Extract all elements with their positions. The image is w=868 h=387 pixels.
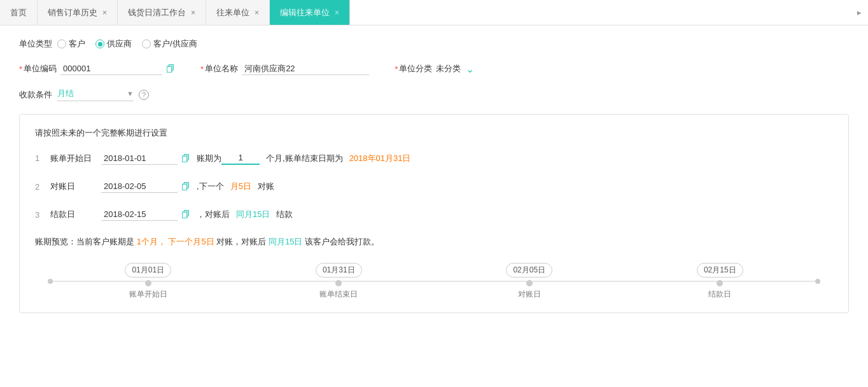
timeline-node-3: 02月05日 对账日 bbox=[506, 263, 552, 300]
tab-sales-history[interactable]: 销售订单历史 × bbox=[38, 0, 118, 25]
radio-customer[interactable]: 客户 bbox=[57, 38, 85, 50]
main-content: 单位类型 客户 供应商 客户/供应商 * 单位编码 🗍 * bbox=[0, 25, 868, 387]
radio-supplier[interactable]: 供应商 bbox=[95, 38, 132, 50]
setting-row-1-suffix: 个月,账单结束日期为 bbox=[266, 153, 343, 164]
panel-title: 请按照未来的一个完整帐期进行设置 bbox=[35, 127, 833, 139]
radio-both[interactable]: 客户/供应商 bbox=[142, 38, 197, 50]
tab-sales-history-close[interactable]: × bbox=[102, 8, 107, 17]
setting-row-1-calendar-icon[interactable]: 🗍 bbox=[181, 153, 190, 164]
setting-row-2-suffix: 对账 bbox=[258, 181, 274, 192]
unit-type-row: 单位类型 客户 供应商 客户/供应商 bbox=[19, 38, 849, 50]
radio-supplier-label: 供应商 bbox=[107, 38, 132, 50]
tab-edit-units[interactable]: 编辑往来单位 × bbox=[270, 0, 350, 25]
tab-more-button[interactable]: ▸ bbox=[851, 0, 868, 25]
unit-code-label: 单位编码 bbox=[24, 63, 57, 74]
unit-name-input[interactable] bbox=[242, 62, 369, 75]
unit-type-label: 单位类型 bbox=[19, 38, 52, 50]
setting-row-2-highlight-day: 月5日 bbox=[230, 181, 251, 192]
preview-mid: 对账，对账后 bbox=[216, 237, 266, 246]
unit-category-wrap: * 单位分类 未分类 ⌄ bbox=[395, 63, 474, 75]
timeline-node-3-date: 02月05日 bbox=[506, 263, 552, 278]
tab-units-close[interactable]: × bbox=[255, 8, 259, 17]
unit-info-row: * 单位编码 🗍 * 单位名称 * 单位分类 未分类 ⌄ bbox=[19, 62, 849, 75]
tab-cash-work-close[interactable]: × bbox=[191, 8, 195, 17]
preview-end: 该客户会给我打款。 bbox=[305, 237, 379, 246]
setting-row-2-calendar-icon[interactable]: 🗍 bbox=[181, 181, 190, 192]
timeline-node-4-label: 结款日 bbox=[708, 289, 731, 300]
setting-row-3-num: 3 bbox=[35, 210, 50, 220]
unit-category-label: 单位分类 bbox=[399, 63, 432, 74]
timeline-node-4: 02月15日 结款日 bbox=[697, 263, 743, 300]
setting-row-3-prefix: ，对账后 bbox=[197, 209, 230, 220]
tab-home[interactable]: 首页 bbox=[0, 0, 38, 25]
setting-row-2-prefix: ,下一个 bbox=[197, 181, 224, 192]
radio-group-unit-type: 客户 供应商 客户/供应商 bbox=[57, 38, 197, 50]
tab-cash-work[interactable]: 钱货日清工作台 × bbox=[118, 0, 206, 25]
radio-supplier-circle bbox=[95, 39, 104, 48]
timeline-node-4-date: 02月15日 bbox=[697, 263, 743, 278]
timeline-node-4-dot bbox=[717, 280, 723, 286]
tab-home-label: 首页 bbox=[10, 7, 27, 18]
tab-units[interactable]: 往来单位 × bbox=[206, 0, 270, 25]
radio-customer-circle bbox=[57, 39, 66, 48]
unit-category-select[interactable]: 未分类 ⌄ bbox=[436, 63, 474, 75]
tab-bar: 首页 销售订单历史 × 钱货日清工作台 × 往来单位 × 编辑往来单位 × ▸ bbox=[0, 0, 868, 25]
unit-code-wrap: * 单位编码 🗍 bbox=[19, 62, 175, 75]
setting-row-1-date[interactable] bbox=[101, 152, 178, 165]
timeline-node-3-label: 对账日 bbox=[518, 289, 541, 300]
settings-panel: 请按照未来的一个完整帐期进行设置 1 账单开始日 🗍 账期为 个月,账单结束日期… bbox=[19, 114, 849, 313]
timeline-node-2-label: 账单结束日 bbox=[319, 289, 358, 300]
setting-row-1-prefix: 账期为 bbox=[197, 153, 221, 164]
payment-terms-select[interactable]: 月结 ▼ bbox=[57, 88, 134, 101]
timeline-node-2: 01月31日 账单结束日 bbox=[316, 263, 362, 300]
setting-row-3-highlight-day: 同月15日 bbox=[236, 209, 270, 220]
timeline-node-2-date: 01月31日 bbox=[316, 263, 362, 278]
preview-text: 账期预览：当前客户账期是 1个月， 下一个月5日 对账，对账后 同月15日 该客… bbox=[35, 236, 833, 248]
timeline-node-2-dot bbox=[335, 280, 342, 286]
timeline-inner: 01月01日 账单开始日 01月31日 账单结束日 02月05日 对账 bbox=[53, 263, 815, 300]
unit-name-label: 单位名称 bbox=[205, 63, 238, 74]
timeline-container: 01月01日 账单开始日 01月31日 账单结束日 02月05日 对账 bbox=[35, 263, 833, 300]
payment-terms-dropdown-icon: ▼ bbox=[127, 90, 134, 97]
setting-row-3-field-label: 结款日 bbox=[50, 209, 101, 220]
setting-row-3-suffix: 结款 bbox=[276, 209, 293, 220]
unit-code-input[interactable] bbox=[60, 62, 162, 75]
setting-row-1-month[interactable] bbox=[221, 151, 260, 165]
setting-row-1: 1 账单开始日 🗍 账期为 个月,账单结束日期为 2018年01月31日 bbox=[35, 151, 833, 165]
payment-terms-value: 月结 bbox=[57, 88, 123, 99]
radio-both-label: 客户/供应商 bbox=[153, 38, 197, 50]
preview-part3: 同月15日 bbox=[269, 237, 302, 246]
unit-name-required: * bbox=[200, 64, 204, 74]
unit-category-value: 未分类 bbox=[436, 63, 461, 74]
payment-terms-row: 收款条件 月结 ▼ ? bbox=[19, 88, 849, 101]
tab-edit-units-label: 编辑往来单位 bbox=[280, 7, 330, 18]
preview-part1: 1个月， bbox=[137, 237, 166, 246]
tab-sales-history-label: 销售订单历史 bbox=[48, 7, 97, 18]
tab-edit-units-close[interactable]: × bbox=[335, 8, 339, 17]
setting-row-3-date[interactable] bbox=[101, 208, 178, 221]
setting-row-2-date[interactable] bbox=[101, 180, 178, 193]
timeline-end-dot bbox=[815, 279, 820, 284]
tab-units-label: 往来单位 bbox=[216, 7, 249, 18]
setting-row-2-field-label: 对账日 bbox=[50, 181, 101, 192]
preview-part2: 下一个月5日 bbox=[168, 237, 214, 246]
timeline-start-dot bbox=[48, 279, 53, 284]
setting-row-1-field-label: 账单开始日 bbox=[50, 153, 101, 164]
setting-row-3-calendar-icon[interactable]: 🗍 bbox=[181, 209, 190, 220]
timeline-node-3-dot bbox=[526, 280, 533, 286]
payment-terms-label: 收款条件 bbox=[19, 89, 52, 101]
unit-code-icon[interactable]: 🗍 bbox=[166, 64, 175, 74]
timeline-node-1: 01月01日 账单开始日 bbox=[125, 263, 171, 300]
setting-row-1-highlight-date: 2018年01月31日 bbox=[349, 153, 411, 164]
timeline-node-1-dot bbox=[145, 280, 151, 286]
timeline-node-1-label: 账单开始日 bbox=[129, 289, 167, 300]
preview-label: 账期预览：当前客户账期是 bbox=[35, 237, 134, 246]
unit-code-required: * bbox=[19, 64, 22, 74]
unit-name-wrap: * 单位名称 bbox=[200, 62, 369, 75]
setting-row-3: 3 结款日 🗍 ，对账后 同月15日 结款 bbox=[35, 208, 833, 221]
setting-row-1-num: 1 bbox=[35, 153, 50, 163]
unit-category-required: * bbox=[395, 64, 398, 74]
timeline-node-1-date: 01月01日 bbox=[125, 263, 171, 278]
payment-terms-help-icon[interactable]: ? bbox=[139, 90, 149, 100]
setting-row-2-num: 2 bbox=[35, 182, 50, 192]
